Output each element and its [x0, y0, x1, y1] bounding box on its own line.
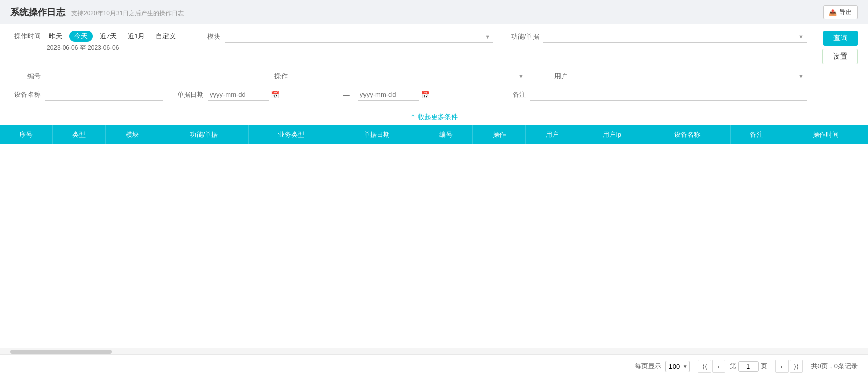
module-label: 模块 — [190, 32, 220, 41]
collapse-icon: ⌃ — [410, 113, 416, 121]
user-select-wrap: ▼ — [572, 70, 807, 82]
col-user: 用户 — [526, 125, 579, 144]
page-size-wrap: 10 20 50 100 ▼ — [665, 361, 690, 372]
page-subtitle: 支持2020年10月31日之后产生的操作日志 — [71, 9, 184, 18]
first-page-button[interactable]: ⟨⟨ — [698, 360, 711, 373]
col-seq: 序号 — [0, 125, 52, 144]
feature-select[interactable] — [543, 31, 807, 43]
date-dash: — — [339, 91, 354, 99]
time-range-display: 2023-06-06 至 2023-06-06 — [47, 44, 119, 51]
col-operation: 操作 — [472, 125, 525, 144]
calendar-start-icon[interactable]: 📅 — [271, 91, 279, 99]
feature-label: 功能/单据 — [503, 32, 539, 41]
module-select-wrap: ▼ — [225, 31, 493, 43]
export-label: 导出 — [839, 8, 852, 17]
number-start-input[interactable] — [45, 70, 134, 82]
pagination-buttons: ⟨⟨ ‹ — [698, 360, 725, 373]
doc-date-start-wrap: 📅 — [208, 89, 335, 101]
time-btn-custom[interactable]: 自定义 — [152, 31, 180, 42]
page-title: 系统操作日志 — [10, 6, 65, 18]
col-number: 编号 — [419, 125, 472, 144]
number-label: 编号 — [10, 72, 41, 81]
col-type: 类型 — [52, 125, 105, 144]
col-op-time: 操作时间 — [783, 125, 868, 144]
time-buttons: 昨天 今天 近7天 近1月 自定义 — [45, 31, 180, 42]
device-name-input[interactable] — [45, 89, 163, 101]
operation-select[interactable] — [292, 70, 527, 82]
user-select[interactable] — [572, 70, 807, 82]
query-button[interactable]: 查询 — [823, 31, 858, 46]
doc-date-label: 单据日期 — [173, 90, 204, 99]
doc-date-start-input[interactable] — [208, 89, 269, 101]
total-info: 共0页，0条记录 — [811, 362, 858, 371]
col-remarks: 备注 — [730, 125, 783, 144]
number-end-input[interactable] — [157, 70, 247, 82]
page-prefix: 第 — [730, 362, 736, 371]
number-end-wrap — [157, 70, 247, 82]
pagination-next-buttons: › ⟩⟩ — [775, 360, 803, 373]
page-suffix: 页 — [761, 362, 767, 371]
pagination-bar: 每页显示 10 20 50 100 ▼ ⟨⟨ ‹ 第 页 › ⟩⟩ 共0页，0条… — [0, 354, 868, 378]
scrollbar-thumb[interactable] — [10, 350, 112, 354]
prev-page-button[interactable]: ‹ — [712, 360, 725, 373]
user-label: 用户 — [537, 72, 568, 81]
operation-select-wrap: ▼ — [292, 70, 527, 82]
col-module: 模块 — [106, 125, 159, 144]
last-page-button[interactable]: ⟩⟩ — [790, 360, 803, 373]
operation-time-label: 操作时间 — [10, 32, 41, 41]
page-size-label: 每页显示 — [635, 362, 661, 371]
remarks-label: 备注 — [495, 90, 526, 99]
page-size-select[interactable]: 10 20 50 100 — [665, 361, 690, 372]
table-header-row: 序号 类型 模块 功能/单据 业务类型 单据日期 编号 操作 用户 用户ip 设… — [0, 125, 868, 144]
doc-date-end-wrap: 📅 — [358, 89, 485, 101]
remarks-wrap — [530, 89, 807, 101]
number-start-wrap — [45, 70, 134, 82]
col-doc-date: 单据日期 — [334, 125, 419, 144]
collapse-label: 收起更多条件 — [418, 112, 458, 122]
next-page-button[interactable]: › — [775, 360, 789, 373]
time-btn-yesterday[interactable]: 昨天 — [45, 31, 66, 42]
horizontal-scrollbar[interactable] — [0, 348, 868, 354]
collapse-bar: ⌃ 收起更多条件 — [0, 109, 868, 125]
export-button[interactable]: 📤 导出 — [823, 5, 858, 19]
feature-select-wrap: ▼ — [543, 31, 807, 43]
export-icon: 📤 — [829, 9, 837, 16]
col-device: 设备名称 — [645, 125, 730, 144]
doc-date-end-input[interactable] — [358, 89, 419, 101]
collapse-button[interactable]: ⌃ 收起更多条件 — [410, 112, 458, 122]
remarks-input[interactable] — [530, 89, 807, 101]
time-btn-7days[interactable]: 近7天 — [96, 31, 121, 42]
device-name-wrap — [45, 89, 163, 101]
number-dash: — — [138, 73, 153, 80]
page-info: 第 页 — [730, 361, 767, 372]
filter-area: 操作时间 昨天 今天 近7天 近1月 自定义 2023-06-06 至 2023… — [0, 24, 868, 109]
time-btn-1month[interactable]: 近1月 — [124, 31, 149, 42]
operation-label: 操作 — [257, 72, 288, 81]
calendar-end-icon[interactable]: 📅 — [421, 91, 430, 99]
col-user-ip: 用户ip — [579, 125, 645, 144]
empty-area — [0, 144, 868, 317]
time-btn-today[interactable]: 今天 — [69, 31, 93, 42]
table-section: 序号 类型 模块 功能/单据 业务类型 单据日期 编号 操作 用户 用户ip 设… — [0, 125, 868, 348]
col-feature: 功能/单据 — [159, 125, 248, 144]
data-table: 序号 类型 模块 功能/单据 业务类型 单据日期 编号 操作 用户 用户ip 设… — [0, 125, 868, 144]
module-select[interactable] — [225, 31, 493, 43]
action-buttons: 查询 设置 — [817, 31, 858, 64]
settings-button[interactable]: 设置 — [822, 49, 858, 64]
device-label: 设备名称 — [10, 90, 41, 99]
page-number-input[interactable] — [738, 361, 759, 372]
col-biz-type: 业务类型 — [249, 125, 334, 144]
